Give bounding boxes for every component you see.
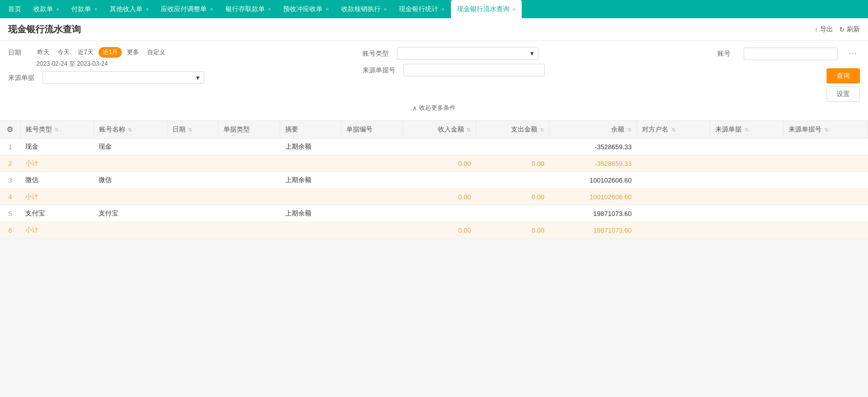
settings-button[interactable]: 设置 bbox=[827, 86, 860, 102]
refresh-icon: ↻ bbox=[839, 26, 845, 33]
nav-bank-deposit[interactable]: 银行存取款单 × bbox=[219, 0, 277, 18]
th-counterpart: 对方户名 ⇅ bbox=[636, 121, 710, 139]
close-icon[interactable]: × bbox=[268, 6, 271, 12]
row-income: 0.00 bbox=[403, 189, 476, 205]
sort-icon[interactable]: ⇅ bbox=[467, 127, 471, 133]
th-summary-label: 摘要 bbox=[285, 125, 298, 133]
close-icon[interactable]: × bbox=[441, 6, 444, 12]
date-range-display: 2023-02-24 至 2023-03-24 bbox=[36, 60, 108, 67]
row-doc-no bbox=[341, 205, 402, 222]
close-icon[interactable]: × bbox=[326, 6, 329, 12]
th-expense: 支出金额 ⇅ bbox=[476, 121, 550, 139]
th-source-doc: 来源单据 ⇅ bbox=[710, 121, 784, 139]
row-date bbox=[167, 222, 218, 239]
account-type-select[interactable]: ▾ bbox=[397, 47, 538, 60]
table-row: 6小计0.000.0019871073.60 bbox=[0, 222, 868, 239]
row-expense bbox=[476, 172, 550, 189]
chevron-down-icon: ▾ bbox=[530, 50, 534, 57]
export-button[interactable]: ↑ 导出 bbox=[815, 25, 834, 34]
nav-home[interactable]: 首页 bbox=[2, 0, 27, 18]
source-doc-filter-row: 来源单据 ▾ bbox=[8, 71, 350, 84]
account-input[interactable] bbox=[744, 48, 838, 60]
row-balance: 100102606.60 bbox=[550, 189, 637, 205]
row-counterpart bbox=[636, 172, 710, 189]
sort-icon[interactable]: ⇅ bbox=[825, 127, 829, 133]
sort-icon[interactable]: ⇅ bbox=[627, 127, 631, 133]
table-row: 3微信微信上期余额100102606.60 bbox=[0, 172, 868, 189]
row-expense: 0.00 bbox=[476, 155, 550, 172]
sort-icon[interactable]: ⇅ bbox=[55, 127, 59, 133]
row-source-doc-no bbox=[784, 172, 868, 189]
close-icon[interactable]: × bbox=[146, 6, 149, 12]
close-icon[interactable]: × bbox=[513, 6, 516, 12]
row-index: 6 bbox=[0, 222, 20, 239]
table-header-row: ⚙ 账号类型 ⇅ 账号名称 ⇅ 日期 ⇅ 单据类型 摘要 bbox=[0, 121, 868, 139]
date-btn-today[interactable]: 今天 bbox=[55, 47, 73, 58]
row-counterpart bbox=[636, 205, 710, 222]
close-icon[interactable]: × bbox=[56, 6, 59, 12]
nav-payment[interactable]: 付款单 × bbox=[65, 0, 103, 18]
nav-bank-stats[interactable]: 现金银行统计 × bbox=[393, 0, 450, 18]
row-income bbox=[403, 139, 476, 155]
row-income bbox=[403, 205, 476, 222]
th-income-label: 收入金额 bbox=[438, 125, 464, 133]
source-doc-label: 来源单据 bbox=[8, 73, 34, 82]
nav-bank-flow[interactable]: 现金银行流水查询 × bbox=[451, 0, 522, 18]
row-date bbox=[167, 172, 218, 189]
top-navigation: 首页 收款单 × 付款单 × 其他收入单 × 应收应付调整单 × 银行存取款单 … bbox=[0, 0, 868, 18]
row-counterpart bbox=[636, 189, 710, 205]
collapse-bar[interactable]: ∧ 收起更多条件 bbox=[8, 102, 860, 116]
row-doc-type bbox=[218, 139, 280, 155]
export-icon: ↑ bbox=[815, 26, 818, 33]
row-doc-no bbox=[341, 189, 402, 205]
row-account-name bbox=[94, 189, 167, 205]
date-btn-custom[interactable]: 自定义 bbox=[144, 47, 168, 58]
row-doc-no bbox=[341, 222, 402, 239]
query-button[interactable]: 查询 bbox=[827, 68, 860, 83]
th-account-type-label: 账号类型 bbox=[26, 125, 52, 133]
close-icon[interactable]: × bbox=[94, 6, 97, 12]
sort-icon[interactable]: ⇅ bbox=[128, 127, 132, 133]
row-source-doc bbox=[710, 139, 784, 155]
date-filter-row: 日期 昨天 今天 近7天 近1月 更多 自定义 bbox=[8, 47, 350, 58]
th-doc-no-label: 单据编号 bbox=[346, 125, 373, 133]
row-counterpart bbox=[636, 222, 710, 239]
collapse-icon: ∧ bbox=[413, 105, 417, 112]
source-doc-select[interactable]: ▾ bbox=[42, 71, 204, 84]
row-income bbox=[403, 172, 476, 189]
nav-receipt[interactable]: 收款单 × bbox=[27, 0, 65, 18]
close-icon[interactable]: × bbox=[384, 6, 387, 12]
row-account-type: 微信 bbox=[20, 172, 94, 189]
source-doc-no-input[interactable] bbox=[403, 64, 545, 76]
row-balance: 19871073.60 bbox=[550, 222, 637, 239]
account-type-label: 账号类型 bbox=[362, 49, 389, 58]
row-balance: 100102606.60 bbox=[550, 172, 637, 189]
date-btn-more[interactable]: 更多 bbox=[124, 47, 142, 58]
th-gear[interactable]: ⚙ bbox=[0, 121, 20, 139]
gear-icon[interactable]: ⚙ bbox=[7, 125, 13, 134]
table-row: 5支付宝支付宝上期余额19871073.60 bbox=[0, 205, 868, 222]
nav-prepaid[interactable]: 预收冲应收单 × bbox=[277, 0, 335, 18]
page-header: 现金银行流水查询 ↑ 导出 ↻ 刷新 bbox=[0, 18, 868, 41]
th-doc-type: 单据类型 bbox=[218, 121, 280, 139]
row-source-doc bbox=[710, 222, 784, 239]
th-account-type: 账号类型 ⇅ bbox=[20, 121, 94, 139]
sort-icon[interactable]: ⇅ bbox=[745, 127, 749, 133]
th-counterpart-label: 对方户名 bbox=[642, 125, 668, 133]
data-table: ⚙ 账号类型 ⇅ 账号名称 ⇅ 日期 ⇅ 单据类型 摘要 bbox=[0, 121, 868, 239]
ellipsis-button[interactable]: ··· bbox=[846, 47, 860, 60]
nav-collection[interactable]: 收款核销执行 × bbox=[335, 0, 393, 18]
nav-other-income[interactable]: 其他收入单 × bbox=[104, 0, 155, 18]
row-index: 3 bbox=[0, 172, 20, 189]
date-btn-yesterday[interactable]: 昨天 bbox=[34, 47, 53, 58]
date-btn-7days[interactable]: 近7天 bbox=[75, 47, 97, 58]
sort-icon[interactable]: ⇅ bbox=[188, 127, 192, 133]
account-type-filter-row: 账号类型 ▾ bbox=[362, 47, 705, 60]
date-btn-1month[interactable]: 近1月 bbox=[99, 47, 122, 58]
sort-icon[interactable]: ⇅ bbox=[671, 127, 675, 133]
nav-adjustment[interactable]: 应收应付调整单 × bbox=[155, 0, 219, 18]
close-icon[interactable]: × bbox=[210, 6, 213, 12]
sort-icon[interactable]: ⇅ bbox=[540, 127, 544, 133]
refresh-button[interactable]: ↻ 刷新 bbox=[839, 25, 860, 34]
row-summary bbox=[280, 222, 341, 239]
